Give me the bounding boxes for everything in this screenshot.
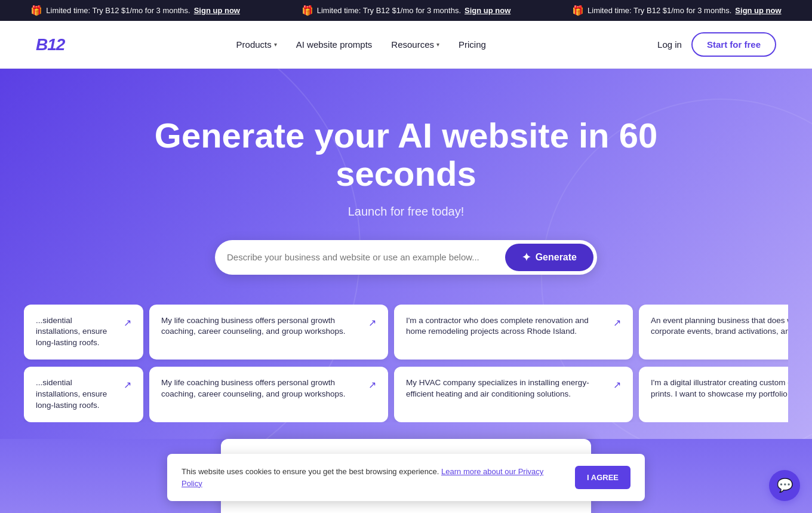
banner-item-3: 🎁 Limited time: Try B12 $1/mo for 3 mont… — [572, 5, 782, 16]
chevron-down-icon: ▾ — [274, 41, 277, 48]
nav-actions: Log in Start for free — [657, 32, 776, 57]
banner-item-1: 🎁 Limited time: Try B12 $1/mo for 3 mont… — [30, 5, 240, 16]
arrow-icon: ↗ — [368, 317, 376, 330]
hero-subtitle: Launch for free today! — [348, 205, 465, 219]
hero-section: Generate your AI website in 60 seconds L… — [0, 69, 812, 439]
navigation: Products ▾ AI website prompts Resources … — [236, 39, 486, 50]
login-button[interactable]: Log in — [657, 39, 682, 50]
cookie-agree-button[interactable]: I AGREE — [575, 466, 630, 489]
sparkle-icon: ✦ — [522, 251, 531, 264]
search-input[interactable] — [227, 252, 505, 262]
start-for-free-button[interactable]: Start for free — [691, 32, 776, 57]
banner-link-2[interactable]: Sign up now — [465, 6, 510, 15]
banner-text-2: Limited time: Try B12 $1/mo for 3 months… — [317, 6, 461, 15]
generate-button[interactable]: ✦ Generate — [505, 244, 593, 271]
chevron-down-icon-2: ▾ — [436, 41, 439, 48]
cards-row-1: ...sidential installations, ensure long-… — [24, 305, 788, 360]
list-item[interactable]: An event planning business that does wed… — [639, 305, 788, 360]
list-item[interactable]: I'm a digital illustrator creating custo… — [639, 367, 788, 422]
nav-pricing[interactable]: Pricing — [459, 39, 486, 50]
hero-title: Generate your AI website in 60 seconds — [137, 116, 675, 193]
card-partial-1[interactable]: ...sidential installations, ensure long-… — [24, 367, 143, 422]
example-cards-container: ...sidential installations, ensure long-… — [24, 305, 788, 422]
arrow-icon: ↗ — [613, 317, 621, 330]
nav-resources[interactable]: Resources ▾ — [391, 39, 439, 50]
banner-link-3[interactable]: Sign up now — [735, 6, 781, 15]
banner-text-3: Limited time: Try B12 $1/mo for 3 months… — [588, 6, 731, 15]
gift-icon-2: 🎁 — [302, 5, 313, 16]
chat-button[interactable]: 💬 — [769, 470, 800, 501]
nav-ai-prompts[interactable]: AI website prompts — [296, 39, 373, 50]
list-item[interactable]: My life coaching business offers persona… — [149, 305, 388, 360]
cookie-text: This website uses cookies to ensure you … — [182, 466, 561, 489]
chat-icon: 💬 — [777, 478, 793, 493]
header: B12 Products ▾ AI website prompts Resour… — [0, 21, 812, 69]
cookie-banner: This website uses cookies to ensure you … — [167, 454, 645, 501]
nav-products[interactable]: Products ▾ — [236, 39, 277, 50]
arrow-icon: ↗ — [124, 379, 131, 392]
list-item[interactable]: My life coaching business offers persona… — [149, 367, 388, 422]
banner-item-2: 🎁 Limited time: Try B12 $1/mo for 3 mont… — [302, 5, 511, 16]
gift-icon-3: 🎁 — [572, 5, 584, 16]
logo[interactable]: B12 — [36, 35, 64, 54]
arrow-icon: ↗ — [368, 379, 376, 392]
card-partial-0[interactable]: ...sidential installations, ensure long-… — [24, 305, 143, 360]
business-description-search[interactable]: ✦ Generate — [215, 240, 597, 275]
list-item[interactable]: My HVAC company specializes in installin… — [394, 367, 633, 422]
promo-banner: 🎁 Limited time: Try B12 $1/mo for 3 mont… — [0, 0, 812, 21]
gift-icon-1: 🎁 — [30, 5, 42, 16]
banner-link-1[interactable]: Sign up now — [194, 6, 240, 15]
list-item[interactable]: I'm a contractor who does complete renov… — [394, 305, 633, 360]
cards-row-2: ...sidential installations, ensure long-… — [24, 367, 788, 422]
arrow-icon: ↗ — [613, 379, 621, 392]
arrow-icon: ↗ — [124, 317, 131, 330]
banner-text-1: Limited time: Try B12 $1/mo for 3 months… — [46, 6, 190, 15]
